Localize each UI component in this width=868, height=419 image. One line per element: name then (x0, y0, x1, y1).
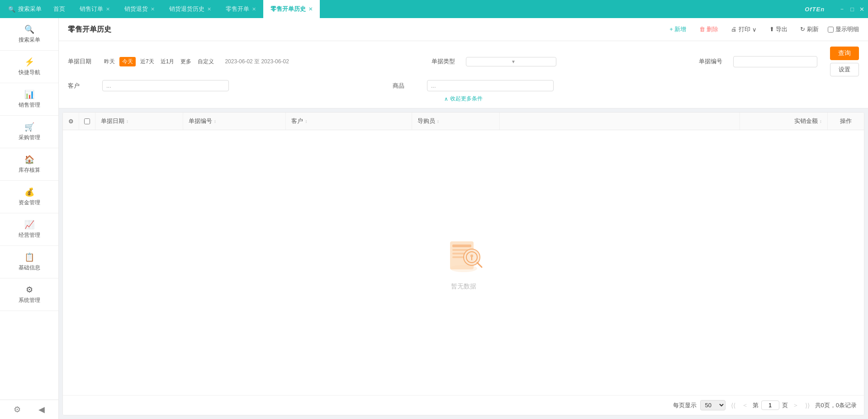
sidebar-icon-system: ⚙ (26, 285, 33, 295)
th-guide-label: 导购员 (417, 117, 435, 125)
date-buttons: 昨天今天近7天近1月更多自定义 (102, 57, 216, 66)
product-select[interactable]: ... (427, 80, 554, 91)
next-page-btn[interactable]: ＞ (791, 400, 801, 410)
per-page-select[interactable]: 50 10 20 100 (700, 400, 726, 410)
per-page-label: 每页显示 (673, 401, 697, 410)
th-number-label: 单据编号 (189, 117, 212, 125)
sort-number-icon: ↕ (214, 119, 216, 124)
type-arrow: ▼ (511, 59, 552, 64)
date-btn-自定义[interactable]: 自定义 (196, 57, 216, 66)
nav-tab-sales-return[interactable]: 销货退货 ✕ (117, 0, 162, 18)
th-check (79, 113, 95, 130)
sidebar-icon-inventory: 🏠 (24, 155, 34, 165)
search-icon: 🔍 (8, 6, 15, 13)
nav-tab-retail-open[interactable]: 零售开单 ✕ (218, 0, 263, 18)
total-info: 共0页，0条记录 (815, 401, 857, 410)
product-label: 商品 (393, 82, 420, 90)
tab-close-sales-return-history[interactable]: ✕ (207, 6, 211, 12)
show-detail-label: 显示明细 (835, 25, 859, 33)
select-all-checkbox[interactable] (84, 118, 90, 124)
date-btn-近7天[interactable]: 近7天 (138, 57, 156, 66)
th-guide[interactable]: 导购员 ↕ (412, 113, 500, 130)
settings-icon[interactable]: ⚙ (14, 405, 21, 414)
th-middle (500, 113, 740, 130)
brand-text: OfTEn (805, 6, 825, 13)
collapse-button[interactable]: ∧ 收起更多条件 (68, 95, 859, 103)
tab-close-sales-return[interactable]: ✕ (151, 6, 155, 12)
sidebar-icon-search: 🔍 (24, 24, 34, 34)
page-header: 零售开单历史 + 新增 🗑 删除 🖨 打印 ∨ ⬆ 导出 ↻ 刷新 显示明细 (59, 18, 868, 41)
product-placeholder: ... (431, 82, 550, 89)
customer-select[interactable]: ... (102, 80, 229, 91)
print-button[interactable]: 🖨 打印 ∨ (727, 24, 760, 35)
sidebar-icon-purchase-mgmt: 🛒 (24, 122, 34, 132)
sidebar-item-purchase-mgmt[interactable]: 🛒采购管理 (0, 116, 58, 148)
prev-page-btn[interactable]: ＜ (740, 400, 750, 410)
add-button[interactable]: + 新增 (666, 24, 690, 35)
sidebar-icon-basic-info: 📋 (24, 252, 34, 262)
nav-tab-sales-order[interactable]: 销售订单 ✕ (72, 0, 117, 18)
nav-tabs: 首页销售订单 ✕销货退货 ✕销货退货历史 ✕零售开单 ✕零售开单历史 ✕ (46, 0, 805, 18)
first-page-btn[interactable]: ⟨⟨ (729, 401, 737, 410)
sidebar-item-sales-mgmt[interactable]: 📊销售管理 (0, 83, 58, 116)
empty-icon (441, 235, 486, 275)
sidebar-label-business: 经营管理 (19, 231, 40, 239)
sidebar-label-quick-nav: 快捷导航 (19, 69, 40, 76)
table-area: ⚙ 单据日期 ↕ 单据编号 ↕ 客户 ↕ 导购员 ↕ (62, 112, 864, 415)
date-btn-更多[interactable]: 更多 (179, 57, 193, 66)
sidebar-item-search[interactable]: 🔍搜索采单 (0, 18, 58, 51)
tab-close-retail-open[interactable]: ✕ (252, 6, 256, 12)
last-page-btn[interactable]: ⟩⟩ (803, 401, 811, 410)
sidebar-item-basic-info[interactable]: 📋基础信息 (0, 246, 58, 278)
page-label: 第 (753, 401, 759, 410)
sidebar-label-basic-info: 基础信息 (19, 264, 40, 272)
sidebar-item-business[interactable]: 📈经营管理 (0, 213, 58, 246)
show-detail-checkbox[interactable]: 显示明细 (828, 25, 859, 33)
search-bar[interactable]: 🔍 搜索采单 (4, 0, 46, 18)
th-number[interactable]: 单据编号 ↕ (183, 113, 286, 130)
date-btn-昨天[interactable]: 昨天 (102, 57, 117, 66)
page-title: 零售开单历史 (68, 25, 111, 34)
close-btn[interactable]: ✕ (859, 6, 864, 13)
sort-guide-icon: ↕ (437, 119, 439, 124)
refresh-button[interactable]: ↻ 刷新 (797, 24, 822, 35)
query-button[interactable]: 查询 (830, 47, 859, 60)
customer-label: 客户 (68, 82, 95, 90)
nav-tab-retail-open-history[interactable]: 零售开单历史 ✕ (263, 0, 320, 18)
search-label: 搜索采单 (18, 5, 42, 13)
th-date[interactable]: 单据日期 ↕ (95, 113, 183, 130)
date-label: 单据日期 (68, 57, 95, 66)
table-header: ⚙ 单据日期 ↕ 单据编号 ↕ 客户 ↕ 导购员 ↕ (63, 113, 864, 130)
delete-button[interactable]: 🗑 删除 (696, 24, 722, 35)
th-gear[interactable]: ⚙ (63, 113, 79, 130)
maximize-btn[interactable]: □ (850, 6, 854, 13)
collapse-icon[interactable]: ◀ (38, 405, 45, 414)
toolbar: + 新增 🗑 删除 🖨 打印 ∨ ⬆ 导出 ↻ 刷新 显示明细 (666, 24, 859, 35)
date-btn-近1月[interactable]: 近1月 (159, 57, 176, 66)
page-suffix: 页 (782, 401, 788, 410)
minimize-btn[interactable]: － (839, 5, 845, 13)
date-btn-今天[interactable]: 今天 (119, 57, 136, 66)
sidebar-item-system[interactable]: ⚙系统管理 (0, 278, 58, 311)
show-detail-input[interactable] (828, 27, 834, 33)
page-nav: ⟨⟨ ＜ 第 页 ＞ ⟩⟩ (729, 400, 811, 410)
sidebar-label-sales-mgmt: 销售管理 (19, 101, 40, 109)
sidebar-item-inventory[interactable]: 🏠库存核算 (0, 148, 58, 181)
sidebar-item-quick-nav[interactable]: ⚡快捷导航 (0, 51, 58, 83)
th-customer[interactable]: 客户 ↕ (286, 113, 412, 130)
filter-settings-button[interactable]: 设置 (830, 63, 859, 76)
tab-close-retail-open-history[interactable]: ✕ (308, 6, 313, 12)
nav-tab-home[interactable]: 首页 (46, 0, 72, 18)
number-input[interactable] (733, 56, 817, 67)
sidebar-label-system: 系统管理 (19, 297, 40, 304)
main-layout: 🔍搜索采单⚡快捷导航📊销售管理🛒采购管理🏠库存核算💰资金管理📈经营管理📋基础信息… (0, 18, 868, 419)
sidebar-item-finance[interactable]: 💰资金管理 (0, 181, 58, 213)
th-customer-label: 客户 (291, 117, 303, 125)
th-amount[interactable]: 实销金额 ↕ (740, 113, 828, 130)
export-button[interactable]: ⬆ 导出 (766, 24, 792, 35)
page-input[interactable] (761, 400, 779, 410)
tab-close-sales-order[interactable]: ✕ (106, 6, 110, 12)
type-select[interactable]: ▼ (466, 57, 556, 66)
sidebar-items-container: 🔍搜索采单⚡快捷导航📊销售管理🛒采购管理🏠库存核算💰资金管理📈经营管理📋基础信息… (0, 18, 58, 400)
nav-tab-sales-return-history[interactable]: 销货退货历史 ✕ (162, 0, 218, 18)
